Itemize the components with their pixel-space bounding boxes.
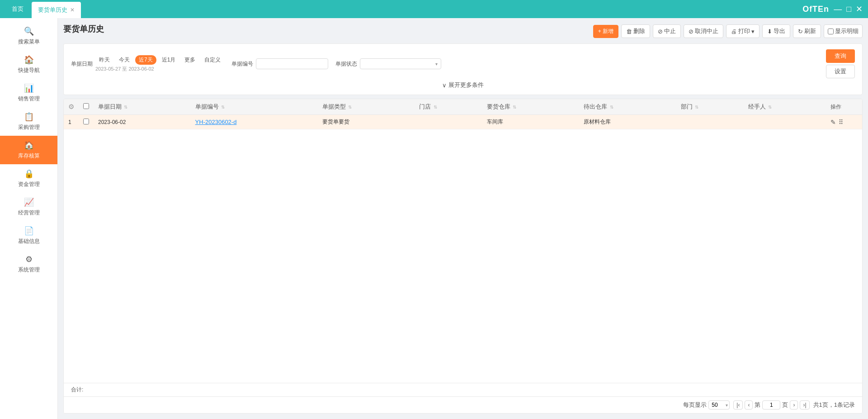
stop-button[interactable]: ⊘ 中止 (653, 24, 681, 38)
print-icon: 🖨 (731, 28, 737, 35)
row-checkbox[interactable] (83, 119, 89, 124)
sidebar-item-basic-info[interactable]: 📄 基础信息 (0, 221, 57, 250)
status-filter: 单据状态 ▾ (335, 58, 441, 69)
sidebar-item-quicknav[interactable]: 🏠 快捷导航 (0, 50, 57, 79)
page-suffix: 页 (782, 401, 788, 409)
display-cell-label: 显示明细 (835, 27, 859, 35)
footer-total-label: 合计: (71, 386, 83, 394)
setting-button[interactable]: 设置 (826, 65, 855, 78)
next-page-button[interactable]: › (790, 400, 798, 409)
expand-down-icon: ∨ (442, 82, 447, 89)
cancel-stop-icon: ⊘ (689, 28, 693, 35)
per-page-group: 每页显示 50 100 200 ▾ (683, 400, 730, 409)
doc-number-link[interactable]: YH-20230602-d (195, 119, 237, 125)
filter-row: 单据日期 昨天 今天 近7天 近1月 更多 自定义 2023-05-27 至 2… (71, 49, 855, 78)
current-page-input[interactable] (762, 400, 780, 409)
col-warehouse: 要货仓库 ⇅ (482, 99, 580, 115)
refresh-button[interactable]: ↻ 刷新 (793, 24, 821, 38)
sort-store-icon[interactable]: ⇅ (434, 105, 437, 110)
col-warehouse-label: 要货仓库 (487, 103, 510, 110)
col-pending-warehouse-label: 待出仓库 (584, 103, 607, 110)
column-settings-icon[interactable]: ⚙ (68, 103, 74, 110)
row-handler (744, 115, 826, 129)
doc-number-input[interactable] (256, 58, 328, 69)
col-doc-type: 单据类型 ⇅ (318, 99, 415, 115)
delete-icon: 🗑 (626, 28, 632, 35)
shortcut-today[interactable]: 今天 (115, 55, 133, 65)
print-button[interactable]: 🖨 打印 ▾ (726, 24, 760, 38)
last-page-button[interactable]: ›| (800, 400, 809, 409)
row-actions: ✎ ⠿ (826, 115, 862, 129)
row-pending-warehouse: 原材料仓库 (579, 115, 676, 129)
sidebar: 🔍 搜索菜单 🏠 快捷导航 📊 销售管理 📋 采购管理 🏠 库存核算 🔒 资金管… (0, 18, 58, 419)
row-index: 1 (64, 115, 79, 129)
col-department-label: 部门 (681, 103, 693, 110)
new-button[interactable]: + 新增 (593, 25, 618, 38)
brand-label: OfTEn (802, 5, 829, 14)
sort-date-icon[interactable]: ⇅ (124, 105, 127, 110)
finance-icon: 🔒 (24, 169, 34, 179)
sidebar-item-operations[interactable]: 📈 经营管理 (0, 193, 57, 221)
print-dropdown-icon: ▾ (751, 28, 755, 35)
expand-more-btn[interactable]: ∨ 展开更多条件 (71, 81, 855, 89)
col-handler-label: 经手人 (748, 103, 766, 110)
maximize-icon[interactable]: □ (846, 5, 851, 14)
system-icon: ⚙ (25, 254, 33, 264)
sort-handler-icon[interactable]: ⇅ (768, 105, 772, 110)
action-icons-group: ✎ ⠿ (830, 119, 858, 126)
sidebar-label-inventory: 库存核算 (18, 152, 40, 160)
sidebar-label-search: 搜索菜单 (18, 38, 40, 46)
sidebar-item-sales[interactable]: 📊 销售管理 (0, 79, 57, 107)
tab-close-icon[interactable]: ✕ (70, 7, 75, 13)
first-page-button[interactable]: |‹ (733, 400, 743, 409)
per-page-label: 每页显示 (683, 401, 707, 409)
cancel-stop-button[interactable]: ⊘ 取消中止 (684, 24, 723, 38)
export-button[interactable]: ⬇ 导出 (762, 24, 790, 38)
shortcut-7days[interactable]: 近7天 (135, 55, 156, 65)
sort-doctype-icon[interactable]: ⇅ (348, 105, 352, 110)
sort-docnumber-icon[interactable]: ⇅ (221, 105, 225, 110)
shortcut-custom[interactable]: 自定义 (201, 55, 224, 65)
col-store: 门店 ⇅ (415, 99, 482, 115)
delete-button[interactable]: 🗑 删除 (621, 24, 650, 38)
doc-number-filter: 单据编号 (231, 58, 328, 69)
sidebar-item-inventory[interactable]: 🏠 库存核算 (0, 136, 57, 164)
more-icon[interactable]: ⠿ (839, 119, 843, 126)
sidebar-item-system[interactable]: ⚙ 系统管理 (0, 250, 57, 278)
filter-area: 单据日期 昨天 今天 近7天 近1月 更多 自定义 2023-05-27 至 2… (63, 43, 863, 95)
col-date: 单据日期 ⇅ (94, 99, 191, 115)
shortcut-1month[interactable]: 近1月 (158, 55, 179, 65)
sort-warehouse-icon[interactable]: ⇅ (513, 105, 516, 110)
date-range-display: 2023-05-27 至 2023-06-02 (95, 66, 224, 72)
display-cell-button[interactable]: 显示明细 (824, 24, 863, 38)
toolbar: + 新增 🗑 删除 ⊘ 中止 ⊘ 取消中止 🖨 打印 ▾ (593, 24, 863, 38)
doc-number-label: 单据编号 (231, 60, 253, 68)
page-title: 要货单历史 (63, 24, 104, 34)
prev-page-button[interactable]: ‹ (745, 400, 753, 409)
sidebar-item-search[interactable]: 🔍 搜索菜单 (0, 22, 57, 50)
shortcut-more[interactable]: 更多 (181, 55, 199, 65)
per-page-select[interactable]: 50 100 200 (708, 400, 730, 409)
data-table: ⚙ 单据日期 ⇅ 单据编号 ⇅ (64, 99, 862, 129)
sidebar-item-purchase[interactable]: 📋 采购管理 (0, 107, 57, 136)
display-cell-checkbox[interactable] (828, 29, 834, 34)
select-all-checkbox[interactable] (83, 103, 89, 109)
edit-icon[interactable]: ✎ (830, 119, 836, 126)
status-select-wrap: ▾ (360, 58, 441, 69)
tab-active[interactable]: 要货单历史 ✕ (32, 2, 81, 18)
top-bar-right: OfTEn — □ ✕ (802, 4, 863, 14)
date-shortcuts-group: 昨天 今天 近7天 近1月 更多 自定义 2023-05-27 至 2023-0… (95, 55, 224, 72)
query-button[interactable]: 查询 (826, 49, 855, 63)
table-scroll[interactable]: ⚙ 单据日期 ⇅ 单据编号 ⇅ (64, 99, 862, 383)
minimize-icon[interactable]: — (834, 5, 842, 14)
per-page-select-wrap: 50 100 200 ▾ (708, 400, 730, 409)
sort-pending-icon[interactable]: ⇅ (610, 105, 613, 110)
sidebar-label-finance: 资金管理 (18, 181, 40, 188)
sort-dept-icon[interactable]: ⇅ (695, 105, 698, 110)
table-footer: 合计: (64, 383, 862, 396)
status-select[interactable] (360, 58, 441, 69)
sidebar-item-finance[interactable]: 🔒 资金管理 (0, 164, 57, 193)
close-window-icon[interactable]: ✕ (856, 4, 863, 14)
tab-home[interactable]: 首页 (5, 0, 30, 18)
shortcut-yesterday[interactable]: 昨天 (95, 55, 113, 65)
